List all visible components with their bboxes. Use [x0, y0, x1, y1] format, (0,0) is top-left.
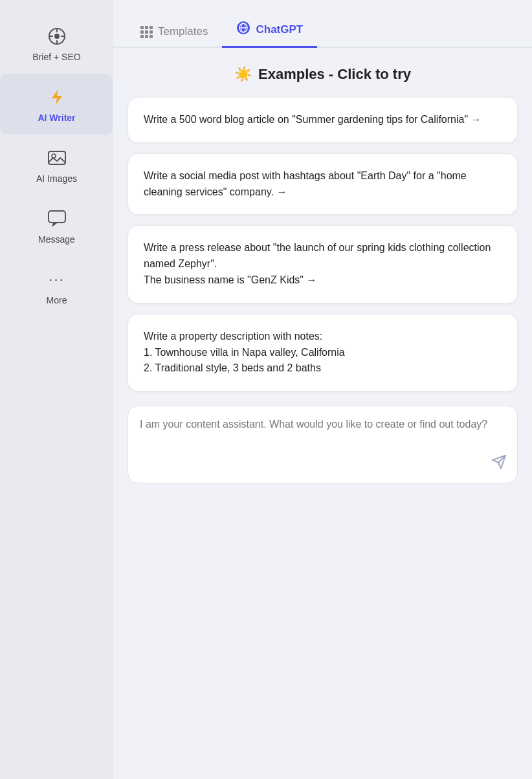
- examples-header: ☀️ Examples - Click to try: [127, 66, 518, 83]
- more-icon: ···: [45, 268, 69, 291]
- card-2-text: Write a social media post with hashtags …: [144, 170, 467, 197]
- svg-rect-9: [49, 211, 65, 223]
- sidebar-item-label-message: Message: [38, 234, 75, 245]
- sidebar-item-label-more: More: [47, 295, 67, 305]
- svg-rect-7: [49, 151, 65, 164]
- tab-templates[interactable]: Templates: [126, 17, 222, 48]
- send-button[interactable]: [491, 454, 507, 474]
- sidebar-item-ai-writer[interactable]: AI Writer: [0, 74, 113, 135]
- example-card-2[interactable]: Write a social media post with hashtags …: [127, 153, 518, 215]
- image-icon: [45, 146, 69, 170]
- sidebar-item-label-brief-seo: Brief + SEO: [32, 52, 80, 62]
- card-1-text: Write a 500 word blog article on "Summer…: [144, 114, 482, 125]
- svg-marker-10: [52, 223, 57, 227]
- svg-point-8: [52, 154, 56, 158]
- examples-title: Examples - Click to try: [258, 66, 411, 83]
- sun-icon: ☀️: [234, 66, 252, 83]
- templates-icon: [140, 26, 153, 38]
- message-icon: [45, 207, 69, 230]
- sidebar-item-label-ai-writer: AI Writer: [38, 113, 75, 123]
- tab-templates-label: Templates: [158, 25, 208, 38]
- svg-marker-6: [52, 89, 62, 105]
- tab-chatgpt-label: ChatGPT: [256, 23, 303, 36]
- example-card-3[interactable]: Write a press release about "the launch …: [127, 225, 518, 303]
- chatgpt-icon: [236, 21, 250, 38]
- lightning-icon: [45, 85, 69, 109]
- example-card-1[interactable]: Write a 500 word blog article on "Summer…: [127, 97, 518, 143]
- sidebar-item-message[interactable]: Message: [0, 195, 113, 256]
- sidebar-item-label-ai-images: AI Images: [36, 173, 77, 184]
- chat-input[interactable]: [140, 417, 505, 462]
- chat-input-area: [127, 406, 518, 483]
- content-area: ☀️ Examples - Click to try Write a 500 w…: [113, 48, 532, 779]
- tab-chatgpt[interactable]: ChatGPT: [222, 13, 317, 48]
- card-4-text: Write a property description with notes:…: [144, 331, 345, 374]
- sidebar-item-brief-seo[interactable]: Brief + SEO: [0, 13, 113, 74]
- sidebar: Brief + SEO AI Writer AI Images: [0, 0, 113, 779]
- svg-point-1: [54, 34, 60, 39]
- tab-bar: Templates ChatGPT: [113, 0, 532, 48]
- sidebar-item-ai-images[interactable]: AI Images: [0, 135, 113, 195]
- main-area: Templates ChatGPT ☀️ Examples - Click to…: [113, 0, 532, 779]
- brief-seo-icon: [45, 25, 69, 48]
- example-card-4[interactable]: Write a property description with notes:…: [127, 314, 518, 391]
- card-3-text: Write a press release about "the launch …: [144, 242, 491, 285]
- sidebar-item-more[interactable]: ··· More: [0, 256, 113, 317]
